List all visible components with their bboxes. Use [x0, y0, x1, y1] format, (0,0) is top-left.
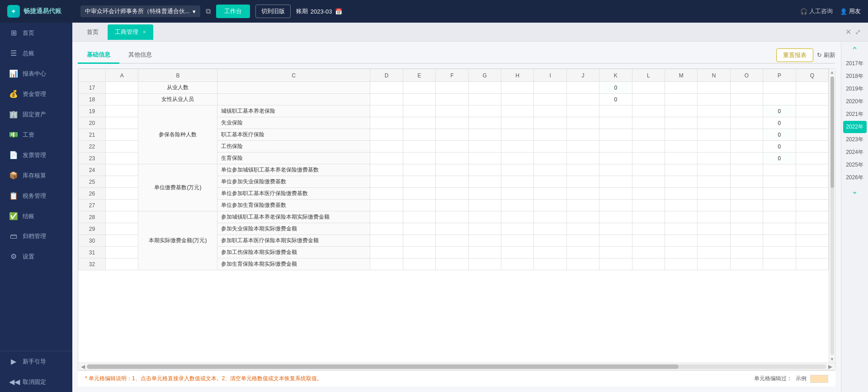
sidebar-item-home[interactable]: ⊞ 首页 — [0, 23, 72, 43]
cell-c-27[interactable]: 单位参加生育保险缴费基数 — [217, 200, 370, 211]
cell-n-31[interactable] — [698, 247, 730, 258]
cell-j-24[interactable] — [566, 164, 599, 176]
cell-c-24[interactable]: 单位参加城镇职工基本养老保险缴费基数 — [217, 164, 370, 176]
cell-m-28[interactable] — [665, 211, 697, 223]
cell-h-30[interactable] — [501, 235, 533, 247]
cell-q-27[interactable] — [796, 200, 829, 211]
sidebar-item-settings[interactable]: ⚙ 设置 — [0, 246, 72, 267]
cell-o-30[interactable] — [730, 235, 763, 247]
cell-e-22[interactable] — [403, 141, 435, 153]
sidebar-item-ledger[interactable]: ☰ 总账 — [0, 43, 72, 63]
cell-p-28[interactable] — [763, 211, 796, 223]
cell-c-20[interactable]: 失业保险 — [217, 117, 370, 129]
sidebar-item-reports[interactable]: 📊 报表中心 — [0, 63, 72, 84]
cell-p-24[interactable] — [763, 164, 796, 176]
cell-a-20[interactable] — [106, 117, 138, 129]
cell-h-29[interactable] — [501, 223, 533, 235]
cell-q-29[interactable] — [796, 223, 829, 235]
cell-k-25[interactable] — [599, 176, 632, 188]
cell-e-17[interactable] — [403, 82, 435, 94]
cell-j-28[interactable] — [566, 211, 599, 223]
grid-container[interactable]: A B C D E F G H I — [78, 69, 829, 363]
cell-c-29[interactable]: 参加失业保险本期实际缴费金额 — [217, 223, 370, 235]
cell-a-18[interactable] — [106, 94, 138, 105]
user-area[interactable]: 👤 用友 — [840, 7, 861, 15]
cell-q-22[interactable] — [796, 141, 829, 153]
cell-d-30[interactable] — [370, 235, 403, 247]
scroll-down-button[interactable]: ▼ — [830, 357, 835, 362]
cell-c-23[interactable]: 生育保险 — [217, 153, 370, 164]
cell-n-23[interactable] — [698, 153, 730, 164]
cell-q-23[interactable] — [796, 153, 829, 164]
cell-d-26[interactable] — [370, 188, 403, 200]
cell-a-26[interactable] — [106, 188, 138, 200]
cell-o-29[interactable] — [730, 223, 763, 235]
cell-e-23[interactable] — [403, 153, 435, 164]
cell-g-23[interactable] — [468, 153, 501, 164]
cell-d-32[interactable] — [370, 258, 403, 270]
sidebar-item-newguide[interactable]: ▶ 新手引导 — [0, 351, 72, 372]
cell-n-27[interactable] — [698, 200, 730, 211]
cell-o-25[interactable] — [730, 176, 763, 188]
cell-q-21[interactable] — [796, 129, 829, 141]
cell-l-23[interactable] — [632, 153, 665, 164]
cell-n-17[interactable] — [698, 82, 730, 94]
cell-g-30[interactable] — [468, 235, 501, 247]
cell-a-24[interactable] — [106, 164, 138, 176]
cell-i-31[interactable] — [534, 247, 566, 258]
cell-a-28[interactable] — [106, 211, 138, 223]
cell-m-30[interactable] — [665, 235, 697, 247]
cell-i-32[interactable] — [534, 258, 566, 270]
cell-o-32[interactable] — [730, 258, 763, 270]
cell-k-27[interactable] — [599, 200, 632, 211]
subtab-other-info[interactable]: 其他信息 — [119, 47, 161, 64]
cell-o-17[interactable] — [730, 82, 763, 94]
cell-q-26[interactable] — [796, 188, 829, 200]
cell-a-21[interactable] — [106, 129, 138, 141]
sheet-scroll-area[interactable]: A B C D E F G H I — [78, 69, 835, 363]
cell-g-21[interactable] — [468, 129, 501, 141]
cell-m-22[interactable] — [665, 141, 697, 153]
cell-c-18[interactable] — [217, 94, 370, 105]
cell-k-17[interactable]: 0 — [599, 82, 632, 94]
switch-old-button[interactable]: 切到旧版 — [255, 5, 291, 18]
cell-q-30[interactable] — [796, 235, 829, 247]
sidebar-item-assets[interactable]: 🏢 固定资产 — [0, 104, 72, 124]
refresh-button[interactable]: ↻ 刷新 — [817, 51, 835, 59]
cell-j-30[interactable] — [566, 235, 599, 247]
cell-l-28[interactable] — [632, 211, 665, 223]
cell-i-23[interactable] — [534, 153, 566, 164]
cell-n-20[interactable] — [698, 117, 730, 129]
cell-q-20[interactable] — [796, 117, 829, 129]
cell-j-20[interactable] — [566, 117, 599, 129]
cell-d-28[interactable] — [370, 211, 403, 223]
year-item-2026年[interactable]: 2026年 — [843, 172, 867, 184]
cell-d-18[interactable] — [370, 94, 403, 105]
cell-o-21[interactable] — [730, 129, 763, 141]
cell-j-17[interactable] — [566, 82, 599, 94]
cell-i-24[interactable] — [534, 164, 566, 176]
cell-m-26[interactable] — [665, 188, 697, 200]
hscroll-thumb[interactable] — [87, 364, 679, 369]
cell-o-22[interactable] — [730, 141, 763, 153]
cell-o-23[interactable] — [730, 153, 763, 164]
sidebar-item-archive[interactable]: 🗃 归档管理 — [0, 226, 72, 246]
cell-h-20[interactable] — [501, 117, 533, 129]
cell-b-28[interactable]: 本期实际缴费金额(万元) — [138, 211, 217, 270]
cell-k-20[interactable] — [599, 117, 632, 129]
cell-e-21[interactable] — [403, 129, 435, 141]
cell-g-22[interactable] — [468, 141, 501, 153]
cell-f-20[interactable] — [436, 117, 468, 129]
cell-o-26[interactable] — [730, 188, 763, 200]
cell-f-18[interactable] — [436, 94, 468, 105]
cell-m-29[interactable] — [665, 223, 697, 235]
expand-window-button[interactable]: ⤢ — [855, 28, 861, 36]
cell-d-20[interactable] — [370, 117, 403, 129]
cell-d-27[interactable] — [370, 200, 403, 211]
tab-home[interactable]: 首页 — [80, 24, 106, 40]
cell-b-17[interactable]: 从业人数 — [138, 82, 217, 94]
cell-f-29[interactable] — [436, 223, 468, 235]
cell-p-22[interactable]: 0 — [763, 141, 796, 153]
cell-k-24[interactable] — [599, 164, 632, 176]
scroll-thumb[interactable] — [830, 76, 834, 188]
